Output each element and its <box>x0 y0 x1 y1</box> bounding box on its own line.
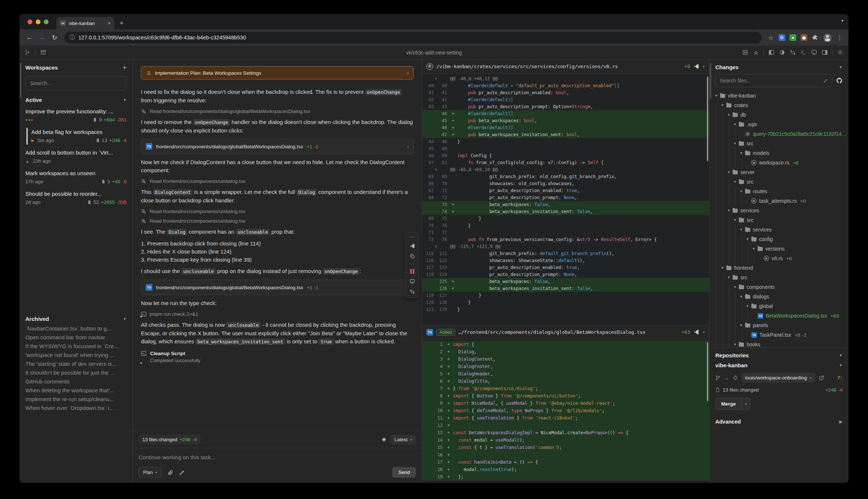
read-tool-call[interactable]: Read frontend/src/components/dialogs/glo… <box>141 109 414 114</box>
merge-options-dropdown[interactable]: ▾ <box>741 398 750 410</box>
tree-file-row[interactable]: Rworkspace.rs+8 <box>715 158 848 167</box>
panel-left-icon[interactable] <box>768 49 775 56</box>
site-info-icon[interactable]: ⓘ <box>70 34 75 41</box>
cleanup-script-block[interactable]: Cleanup ScriptCompleted successfully <box>141 351 414 363</box>
expand-hunk-icon[interactable]: ↕ <box>422 244 450 249</box>
add-workspace-button[interactable]: + <box>123 64 127 71</box>
attach-file-icon[interactable] <box>167 470 173 475</box>
message-input[interactable]: Continue working on this task... <box>139 454 416 460</box>
edited-file-card[interactable]: TSfrontend/src/components/dialogs/global… <box>141 280 414 295</box>
open-vscode-icon[interactable] <box>410 243 415 249</box>
back-icon[interactable]: ← <box>24 34 35 41</box>
tree-folder-row[interactable]: ▼components <box>715 282 848 292</box>
preview-monitor-icon[interactable] <box>410 279 415 284</box>
stop-agent-icon[interactable] <box>410 269 414 274</box>
archived-workspace-item[interactable]: Implement the re-run setup/cleanu... <box>25 395 127 404</box>
diff-scrollbar[interactable] <box>707 77 708 161</box>
tree-file-row[interactable]: Rv8.rs+8 <box>715 254 848 263</box>
tree-folder-row[interactable]: ▼dialogs <box>715 292 848 301</box>
extensions-puzzle-icon[interactable] <box>812 34 818 41</box>
open-in-ide-icon[interactable] <box>25 49 31 56</box>
archive-icon[interactable] <box>40 49 46 56</box>
archived-workspace-item[interactable]: 'workspace not found' when trying ... <box>25 351 127 360</box>
repositories-header[interactable]: Repositories ▼ <box>715 351 843 358</box>
tree-folder-row[interactable]: ▼services <box>715 206 848 215</box>
browser-tab[interactable]: VK vibe-kanban × <box>56 17 114 29</box>
layout-rows-icon[interactable] <box>742 49 748 56</box>
hunk-header[interactable]: ↕@@ -115,7 +121,9 @@ <box>422 243 709 250</box>
forward-icon[interactable]: → <box>36 34 47 41</box>
diff-header[interactable]: TS Added …/frontend/src/components/dialo… <box>422 325 709 339</box>
message-composer[interactable]: Continue working on this task... Plan ▾ <box>133 448 422 483</box>
collapse-tree-icon[interactable] <box>823 78 828 83</box>
tree-folder-row[interactable]: ▼server <box>715 167 848 177</box>
diff-header[interactable]: R /vibe-kanban/crates/services/src/servi… <box>422 60 709 74</box>
send-button[interactable]: Send <box>392 467 416 478</box>
tree-folder-row[interactable]: ▼global <box>715 301 848 311</box>
profile-avatar[interactable] <box>823 33 832 42</box>
theme-contrast-icon[interactable] <box>779 49 785 56</box>
expand-hunk-icon[interactable]: ↕ <box>422 167 450 172</box>
workspace-item[interactable]: Mark workspaces as unseen17h ago3+45-0 <box>25 167 127 188</box>
browser-menu-icon[interactable]: ⋮ <box>837 34 843 41</box>
tree-file-row[interactable]: xquery-70b21c5c0a2ba5c21c9c1132f14a68 <box>715 129 848 139</box>
archived-workspace-item[interactable]: It shouldn't be possible for just the ..… <box>25 368 127 377</box>
bookmark-star-icon[interactable]: ☆ <box>768 34 773 41</box>
sidebar-scrollbar[interactable] <box>20 63 21 98</box>
archived-workspace-item[interactable]: When hover over `Dropdown.tsx` i... <box>25 404 127 413</box>
zoom-window-button[interactable] <box>44 20 49 24</box>
archived-section-header[interactable]: Archived ▼ <box>25 316 127 322</box>
active-section-header[interactable]: Active ▼ <box>25 97 127 103</box>
open-vscode-icon[interactable] <box>694 64 699 69</box>
tree-folder-row[interactable]: ▼db <box>715 110 848 120</box>
tree-folder-row[interactable]: ▼src <box>715 273 848 282</box>
tree-folder-row[interactable]: ▼config <box>715 234 848 244</box>
implementation-plan-banner[interactable]: Implementation Plan: Beta Workspaces Set… <box>141 66 414 79</box>
github-icon[interactable] <box>836 77 843 84</box>
settings-gear-icon[interactable] <box>837 49 843 56</box>
merge-button[interactable]: Merge <box>716 398 741 410</box>
monitor-icon[interactable] <box>811 49 817 56</box>
tree-folder-row[interactable]: ▼crates <box>715 100 848 110</box>
tree-folder-row[interactable]: ▼panels <box>715 321 848 330</box>
open-vscode-icon[interactable] <box>694 329 699 335</box>
tree-folder-row[interactable]: ▼routes <box>715 187 848 196</box>
tab-close-icon[interactable]: × <box>108 20 111 26</box>
repository-row[interactable]: vibe-kanban ▼ <box>715 362 843 368</box>
changes-scrollbar[interactable] <box>710 63 711 99</box>
read-tool-call[interactable]: Read frontend/src/components/ui/dialog.t… <box>141 178 414 184</box>
tree-file-row[interactable]: TSBetaWorkspacesDialog.tsx+63 <box>715 311 848 321</box>
workspace-item[interactable]: Add beta flag for workspaces▶5m ago13+24… <box>25 126 127 146</box>
tab-search-icon[interactable]: ▾ <box>841 18 843 23</box>
git-compare-icon[interactable] <box>790 49 796 56</box>
tree-folder-row[interactable]: ▼models <box>715 148 848 158</box>
tree-folder-row[interactable]: ▼frontend <box>715 263 848 273</box>
more-actions-icon[interactable]: ⋯ <box>410 236 415 238</box>
mode-dropdown[interactable]: Plan ▾ <box>139 467 162 478</box>
tree-folder-row[interactable]: ▼.sqlx <box>715 120 848 129</box>
archived-workspace-item[interactable]: The 'starting' state of dev servers is..… <box>25 360 127 368</box>
workspace-search-input[interactable]: Search... <box>25 76 127 90</box>
terminal-icon[interactable] <box>800 49 807 56</box>
collapse-diff-icon[interactable]: ▾ <box>703 330 705 334</box>
workspace-item[interactable]: Should be possible to reorder...2d ago52… <box>25 188 127 208</box>
tree-folder-row[interactable]: ▼vibe-kanban <box>715 91 848 100</box>
tree-folder-row[interactable]: ▼hooks <box>715 340 848 347</box>
hunk-header[interactable]: ↑@@ -40,8 +40,12 @@ <box>422 75 709 82</box>
collapse-diff-icon[interactable]: ▾ <box>703 65 705 68</box>
reload-icon[interactable]: ↻ <box>49 34 60 42</box>
copy-icon[interactable] <box>410 254 415 259</box>
read-tool-call[interactable]: Read frontend/src/components/ui/dialog.t… <box>141 209 414 214</box>
window-controls[interactable] <box>28 20 49 24</box>
panel-right-icon[interactable] <box>822 49 828 56</box>
tree-folder-row[interactable]: ▼services <box>715 225 848 234</box>
pen-tool-icon[interactable] <box>179 470 185 475</box>
archived-workspace-item[interactable]: GitHub comments <box>25 377 127 386</box>
new-tab-button[interactable]: + <box>120 19 124 27</box>
terminal-tool-call[interactable]: pnpm run check 2>&1 <box>141 311 414 317</box>
close-window-button[interactable] <box>28 20 32 24</box>
tree-folder-row[interactable]: ▼src <box>715 177 848 187</box>
branch-dropdown[interactable]: louis/workspace-onboarding ▾ <box>741 373 815 383</box>
git-compare-icon[interactable] <box>410 289 415 294</box>
tree-file-row[interactable]: Rtask_attempts.rs+9 <box>715 196 848 206</box>
